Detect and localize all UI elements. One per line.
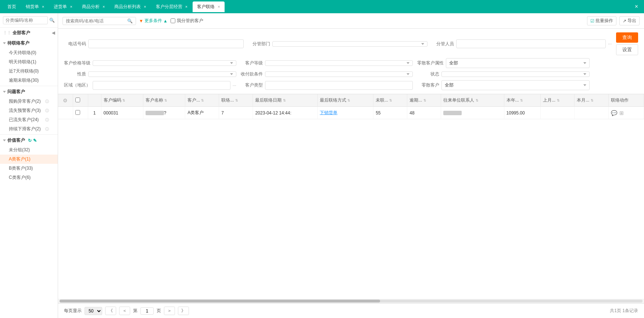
region-input[interactable] (93, 81, 230, 90)
tab-customer-contact[interactable]: 客户联络 × (193, 1, 224, 12)
filter-bar: 🔍 ▼ 更多条件 ▲ 我分管的客户 ☑ 批量操作 ↗ 导出 (58, 13, 644, 29)
scatter-select[interactable]: 全部 (441, 80, 590, 90)
close-customer-contact-tab[interactable]: × (218, 4, 220, 9)
customer-level-select[interactable] (265, 60, 413, 66)
sidebar-item-7days[interactable]: 近7天待联络(0) (0, 67, 58, 76)
sidebar-group-value[interactable]: 价值客户 ↻ ✎ (0, 135, 58, 145)
col-customer-level[interactable]: 客户... ⇅ (185, 94, 219, 107)
next-page-btn[interactable]: ＞ (164, 307, 175, 315)
total-records: 共1页 1条记录 (610, 308, 638, 314)
col-this-month[interactable]: 本月... ⇅ (575, 94, 608, 107)
col-actions: 联络动作 (608, 94, 644, 107)
sidebar-item-today[interactable]: 今天待联络(0) (0, 48, 58, 57)
sidebar-item-ungroup[interactable]: 未分组(32) (0, 145, 58, 155)
first-page-btn[interactable]: 《 (105, 307, 116, 315)
sidebar-item-attrition-warn[interactable]: 流失预警客户(3) ⓘ (0, 106, 58, 115)
close-sales-tab[interactable]: × (42, 4, 44, 9)
customer-table: ⚙ 客户编码 ⇅ 客户名称 ⇅ 客户... ⇅ 联络... ⇅ 最后联络日期 ⇅… (58, 94, 644, 119)
last-page-btn[interactable]: 》 (178, 307, 189, 315)
sort-icon-code: ⇅ (122, 99, 125, 102)
settings-gear-icon[interactable]: ⚙ (63, 98, 68, 103)
filter-actions: 查询 设置 (616, 32, 638, 55)
col-overdue[interactable]: 逾期... ⇅ (407, 94, 441, 107)
customer-type-input[interactable] (265, 81, 413, 90)
sidebar-all-customers[interactable]: ⋮⋮ 全部客户 ◀ (0, 28, 58, 38)
chat-action-icon[interactable]: 💬 (611, 110, 617, 116)
tab-analysis-list[interactable]: 商品分析列表 × (110, 1, 150, 12)
page-size-select[interactable]: 50 (85, 307, 102, 315)
tab-sales[interactable]: 销货单 × (21, 1, 49, 12)
cell-last-contact-method[interactable]: 下销货单 (317, 107, 373, 119)
close-analysis-tab[interactable]: × (103, 4, 105, 9)
main-search-icon[interactable]: 🔍 (127, 18, 133, 24)
info-icon-attrition: ⓘ (45, 108, 49, 113)
sidebar-group-problem[interactable]: 问题客户 (0, 87, 58, 97)
phone-input[interactable] (88, 39, 244, 48)
col-last-month[interactable]: 上月... ⇅ (541, 94, 575, 107)
scroll-thumb[interactable] (60, 300, 380, 303)
sidebar-item-overdue[interactable]: 逾期未联络(30) (0, 76, 58, 85)
sidebar-search-icon[interactable]: 🔍 (49, 18, 55, 23)
col-contact-count[interactable]: 联络... ⇅ (219, 94, 253, 107)
col-customer-name[interactable]: 客户名称 ⇅ (143, 94, 185, 107)
sidebar-search-input[interactable] (3, 16, 48, 24)
tab-customer-tier[interactable]: 客户分层经营 × (151, 1, 192, 12)
tab-analysis[interactable]: 商品分析 × (78, 1, 109, 12)
cell-settings (58, 107, 73, 119)
sidebar-item-tomorrow[interactable]: 明天待联络(1) (0, 57, 58, 67)
sidebar-item-declining[interactable]: 持续下滑客户(2) ⓘ (0, 124, 58, 134)
col-settings[interactable]: ⚙ (58, 94, 73, 107)
sidebar-group-pending[interactable]: 待联络客户 (0, 38, 58, 48)
dept-select[interactable] (272, 41, 428, 47)
info-icon-lost: ⓘ (45, 117, 49, 123)
region-dots-btn[interactable]: ··· (233, 83, 236, 88)
sidebar-item-abnormal[interactable]: 囤购异常客户(2) ⓘ (0, 97, 58, 106)
select-all-checkbox[interactable] (75, 98, 80, 102)
nature-select[interactable] (88, 71, 236, 77)
col-this-year[interactable]: 本年... ⇅ (504, 94, 541, 107)
col-unit-contacts[interactable]: 往来单位联系人 ⇅ (441, 94, 504, 107)
sidebar-item-a-class[interactable]: A类客户(1) (0, 155, 58, 164)
edit-icon[interactable]: ✎ (33, 138, 37, 143)
top-nav: 首页 销货单 × 进货单 × 商品分析 × 商品分析列表 × 客户分层经营 × … (0, 0, 644, 13)
person-dots-btn[interactable]: ··· (608, 41, 612, 46)
prev-page-btn[interactable]: ＜ (119, 307, 130, 315)
sort-icon-lastmonth: ⇅ (557, 99, 560, 102)
dept-select-arrow (421, 43, 424, 45)
refresh-icon[interactable]: ↻ (28, 138, 32, 143)
status-select[interactable] (441, 71, 590, 77)
col-customer-code[interactable]: 客户编码 ⇅ (101, 94, 143, 107)
payment-select[interactable] (265, 71, 413, 77)
tab-purchase[interactable]: 进货单 × (49, 1, 76, 12)
col-uncontacted[interactable]: 未联... ⇅ (373, 94, 407, 107)
col-last-contact-date[interactable]: 最后联络日期 ⇅ (253, 94, 318, 107)
batch-op-btn[interactable]: ☑ 批量操作 (587, 16, 616, 25)
col-last-contact-method[interactable]: 最后联络方式 ⇅ (317, 94, 373, 107)
price-level-select[interactable] (93, 60, 236, 66)
query-btn[interactable]: 查询 (616, 32, 638, 43)
chevron-value-icon (3, 139, 6, 141)
close-analysis-list-tab[interactable]: × (144, 4, 146, 9)
cell-checkbox (73, 107, 88, 119)
page-number-input[interactable] (140, 307, 154, 315)
settings-btn[interactable]: 设置 (616, 44, 638, 55)
qr-action-icon[interactable]: ⊞ (619, 110, 624, 116)
cell-overdue: 48 (407, 107, 441, 119)
main-search-input[interactable] (66, 18, 126, 24)
my-customers-checkbox[interactable] (171, 18, 175, 23)
close-all-icon[interactable]: × (632, 2, 641, 11)
tab-home[interactable]: 首页 (3, 1, 21, 12)
more-conditions-btn[interactable]: ▼ 更多条件 ▲ (139, 18, 168, 24)
sidebar-item-lost[interactable]: 已流失客户(24) ⓘ (0, 115, 58, 124)
scatter-attr-select[interactable]: 全部 (446, 58, 590, 68)
row-checkbox[interactable] (75, 110, 80, 115)
close-purchase-tab[interactable]: × (70, 4, 72, 9)
contact-method-link[interactable]: 下销货单 (320, 110, 337, 115)
sidebar-item-c-class[interactable]: C类客户(6) (0, 173, 58, 182)
sidebar-item-b-class[interactable]: B类客户(33) (0, 164, 58, 173)
close-customer-tier-tab[interactable]: × (185, 4, 187, 9)
person-input[interactable] (456, 39, 606, 48)
horizontal-scrollbar[interactable] (58, 299, 644, 303)
sidebar-search-wrap: 🔍 (0, 13, 58, 28)
export-btn[interactable]: ↗ 导出 (619, 16, 640, 25)
